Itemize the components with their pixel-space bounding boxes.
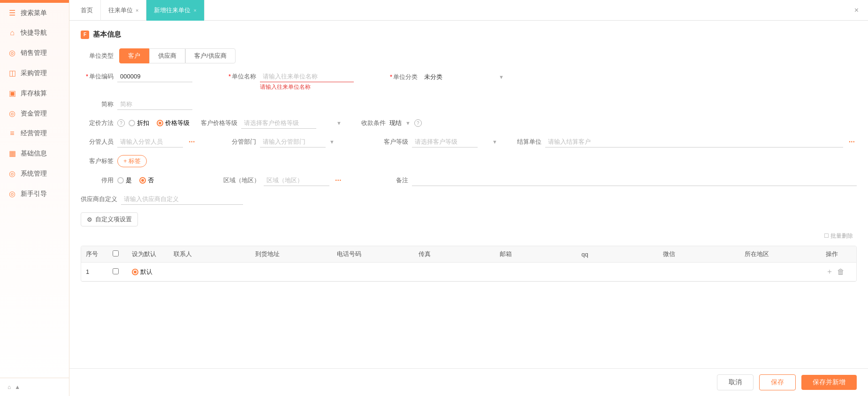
sidebar-item-basic[interactable]: ▦ 基础信息 <box>0 143 69 163</box>
main-area: 首页 往来单位 × 新增往来单位 × × F 基本信息 单位类型 客户 供应商 <box>69 0 868 396</box>
tab-new-counterparty-label: 新增往来单位 <box>154 6 190 15</box>
sidebar-item-sales[interactable]: ◎ 销售管理 <box>0 43 69 63</box>
batch-delete-area: ☐ 批量删除 <box>81 230 857 242</box>
sidebar-basic-label: 基础信息 <box>21 149 47 158</box>
row-email-input[interactable] <box>500 266 556 277</box>
row-add-btn[interactable]: ＋ <box>826 267 833 277</box>
customer-price-level-arrow: ▼ <box>336 120 342 126</box>
sidebar-item-inventory[interactable]: ▣ 库存核算 <box>0 83 69 103</box>
row-contact-input[interactable] <box>174 266 230 277</box>
supervisor-more-btn[interactable]: ··· <box>187 138 197 146</box>
pricing-discount-radio[interactable]: 折扣 <box>129 119 149 127</box>
sidebar-item-search[interactable]: ☰ 搜索菜单 <box>0 3 69 23</box>
remark-label: 备注 <box>375 176 408 185</box>
sidebar-inventory-label: 库存核算 <box>21 89 47 98</box>
sales-icon: ◎ <box>8 48 17 57</box>
customer-level-input[interactable] <box>412 136 478 148</box>
cancel-button[interactable]: 取消 <box>717 374 754 390</box>
tab-counterparty[interactable]: 往来单位 × <box>101 0 146 21</box>
disable-label: 停用 <box>81 176 114 185</box>
custom-settings-button[interactable]: ⚙ 自定义项设置 <box>81 212 138 226</box>
unit-name-error: 请输入往来单位名称 <box>260 84 311 90</box>
row-qq-input[interactable] <box>581 266 638 277</box>
row-address-input[interactable] <box>255 266 312 277</box>
tab-new-counterparty[interactable]: 新增往来单位 × <box>146 0 204 21</box>
settlement-unit-input[interactable] <box>545 136 843 148</box>
tab-bar: 首页 往来单位 × 新增往来单位 × × <box>69 0 868 21</box>
unit-type-row: 单位类型 客户 供应商 客户/供应商 <box>81 48 857 63</box>
row-default-radio[interactable]: 默认 <box>132 268 164 276</box>
gear-icon: ⚙ <box>87 216 92 223</box>
sidebar-item-system[interactable]: ◎ 系统管理 <box>0 163 69 184</box>
sidebar-item-newbie[interactable]: ◎ 新手引导 <box>0 184 69 204</box>
row-check[interactable] <box>113 268 119 274</box>
batch-delete-label[interactable]: 批量删除 <box>830 233 853 239</box>
payment-terms-value: 现结 <box>389 119 402 127</box>
tab-counterparty-close[interactable]: × <box>136 8 138 13</box>
sidebar-system-label: 系统管理 <box>21 170 47 178</box>
customer-level-label: 客户等级 <box>375 138 408 146</box>
system-icon: ◎ <box>8 169 17 178</box>
supervisor-input[interactable] <box>117 136 183 148</box>
disable-yes-radio[interactable]: 是 <box>117 176 132 185</box>
settlement-unit-label: 结算单位 <box>509 138 541 146</box>
pricing-price-level-label: 价格等级 <box>165 119 190 127</box>
tab-home[interactable]: 首页 <box>73 0 101 21</box>
save-button[interactable]: 保存 <box>759 374 796 390</box>
type-btn-supplier[interactable]: 供应商 <box>149 48 185 63</box>
disable-no-radio[interactable]: 否 <box>139 176 154 185</box>
sidebar-ops-label: 经营管理 <box>21 129 47 138</box>
pricing-price-level-radio[interactable]: 价格等级 <box>157 119 190 127</box>
region-input[interactable] <box>264 175 329 186</box>
row-seq: 1 <box>81 263 108 281</box>
customer-price-level-input[interactable] <box>241 117 316 129</box>
sidebar-item-purchase[interactable]: ◫ 采购管理 <box>0 63 69 83</box>
payment-terms-help[interactable]: ? <box>414 119 422 127</box>
type-btn-customer[interactable]: 客户 <box>119 48 149 63</box>
unit-name-label: *单位名称 <box>223 72 256 81</box>
table-row: 1 默认 <box>81 263 856 281</box>
unit-type-btn-group: 客户 供应商 客户/供应商 <box>119 48 236 63</box>
customer-tag-row: 客户标签 + 标签 <box>81 155 857 167</box>
department-input[interactable] <box>260 136 326 148</box>
customer-tag-label: 客户标签 <box>81 157 114 165</box>
table-select-all[interactable] <box>113 250 119 256</box>
col-address: 到货地址 <box>251 246 332 263</box>
supplier-custom-input[interactable] <box>121 194 243 205</box>
remark-input[interactable] <box>412 175 857 186</box>
row-action: ＋ 🗑 <box>826 267 852 277</box>
close-all-button[interactable]: × <box>849 6 864 15</box>
unit-category-arrow: ▼ <box>499 74 504 80</box>
unit-name-input[interactable] <box>260 71 354 82</box>
row-wechat-input[interactable] <box>663 266 719 277</box>
row-region-input[interactable] <box>745 266 801 277</box>
row-fax-input[interactable] <box>419 266 475 277</box>
abbr-input[interactable] <box>117 99 192 110</box>
sidebar-bottom-icon2: ▲ <box>15 384 20 390</box>
payment-terms-label: 收款条件 <box>353 119 386 127</box>
row-default-label: 默认 <box>140 268 152 276</box>
tab-new-counterparty-close[interactable]: × <box>193 8 196 13</box>
pricing-help-icon[interactable]: ? <box>117 119 125 127</box>
region-label: 区域（地区） <box>223 176 260 185</box>
sidebar-item-finance[interactable]: ◎ 资金管理 <box>0 103 69 124</box>
purchase-icon: ◫ <box>8 69 17 78</box>
tab-home-label: 首页 <box>81 6 93 15</box>
add-tag-button[interactable]: + 标签 <box>117 155 147 167</box>
region-more-btn[interactable]: ··· <box>333 176 343 185</box>
search-menu-icon: ☰ <box>8 8 17 17</box>
disable-yes-circle <box>117 177 124 184</box>
unit-code-input[interactable] <box>117 71 192 82</box>
row-delete-btn[interactable]: 🗑 <box>837 268 845 276</box>
settlement-more-btn[interactable]: ··· <box>847 138 857 146</box>
unit-category-label: *单位分类 <box>385 73 418 81</box>
sidebar-item-ops[interactable]: ≡ 经营管理 <box>0 124 69 143</box>
sidebar-sales-label: 销售管理 <box>21 49 47 57</box>
sidebar-item-quicknav[interactable]: ⌂ 快捷导航 <box>0 23 69 43</box>
unit-code-name-row: *单位编码 *单位名称 请输入往来单位名称 *单位分类 未分类 ▼ <box>81 71 857 91</box>
row-phone-input[interactable] <box>337 266 393 277</box>
save-new-button[interactable]: 保存并新增 <box>801 375 857 390</box>
type-btn-both[interactable]: 客户/供应商 <box>185 48 236 63</box>
form-content: F 基本信息 单位类型 客户 供应商 客户/供应商 *单位编码 *单位 <box>69 21 868 368</box>
supervisor-label: 分管人员 <box>81 138 114 146</box>
